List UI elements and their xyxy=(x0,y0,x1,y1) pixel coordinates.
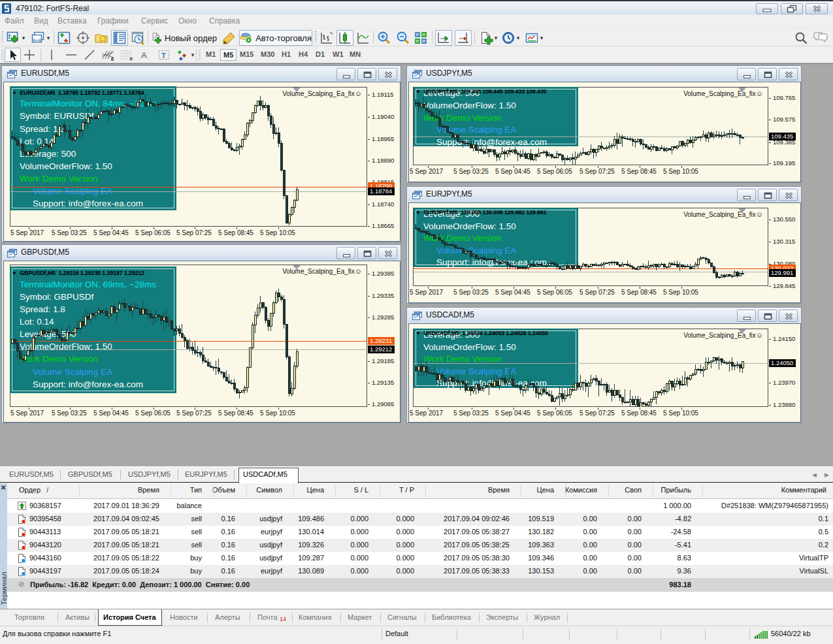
svg-text:F: F xyxy=(130,57,133,61)
svg-text:A: A xyxy=(141,50,147,60)
svg-text:T: T xyxy=(161,52,166,59)
svg-text:E: E xyxy=(111,57,114,61)
